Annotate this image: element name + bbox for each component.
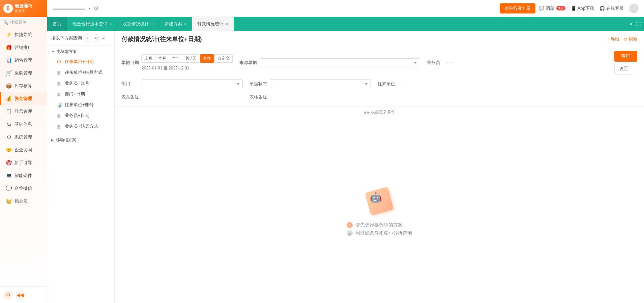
scheme-item-salesperson-date[interactable]: ▦ 业务员+日期 [47,110,114,121]
online-service-btn[interactable]: 🎧 在线客服 [599,5,624,11]
sidebar-item-member[interactable]: 👑 畅会员 [0,195,47,208]
tab-cash-flow-close[interactable]: × [110,22,112,26]
search-icon: 🔍 [3,20,8,25]
scheme-group-desktop-header[interactable]: ▼ 电脑端方案 [47,48,114,56]
source-doc-field: 来源单据 [239,58,420,67]
topbar-settings-btn[interactable]: ⚙ [94,5,98,11]
filter-settings-btn[interactable]: 设置 [614,63,633,74]
breadcrumb-dropdown[interactable]: ▾ [88,6,90,11]
doc-status-select[interactable] [270,79,371,88]
filter-area: 付款情况统计(往来单位+日期) ↑ 导出 ↺ 刷新 单 [115,31,644,303]
body-note-input[interactable] [270,93,371,101]
sidebar-item-wechat[interactable]: 💬 企业微信 [0,182,47,195]
sidebar-item-sales[interactable]: 📊 销售管理 [0,54,47,67]
sidebar-item-guide[interactable]: 🎯 新手引导 [0,156,47,169]
date-tab-last-month[interactable]: 上月 [141,54,155,63]
date-label: 单据日期 [121,60,139,66]
dept-select[interactable] [142,79,243,88]
scheme-item-counterpart-payment[interactable]: ▦ 往来单位+结算方式 [47,67,114,78]
tab-receivable-close[interactable]: × [151,22,153,26]
sales-icon: 📊 [6,57,12,63]
salesperson-label: 业务员 [427,60,444,66]
content-area: 按以下方案查询 + ⚙ « ▼ 电脑端方案 ⊙ 往来单位+日期 ▦ [47,31,644,303]
collapse-filter-btn[interactable]: ∧∧ 收起更多条件 [115,106,644,118]
tab-payment-stats-close[interactable]: × [226,22,228,26]
sidebar-item-quick-nav[interactable]: ⚡ 快捷导航 [0,28,47,41]
tab-cash-flow-label: 现金银行流水查询 [72,21,108,27]
topbar-actions: 💬 消息 99+ 📱 App下载 🎧 在线客服 [539,4,639,13]
scheme-item-salesperson-account[interactable]: ▦ 业务员+账号 [47,78,114,89]
empty-hint-1: 1 请先选择要分析的方案 [347,222,412,228]
scheme-item-dept-date[interactable]: ▦ 部门+日期 [47,89,114,99]
date-tab-more[interactable]: 更多 [200,54,214,63]
salesperson-field: 业务员 ··· [427,60,608,66]
header-note-field: 表头备注 [121,93,243,101]
date-field: 单据日期 上月 本月 本年 近7天 更多 自定义 2022-01-01 至 20… [121,54,233,71]
export-btn[interactable]: ↑ 导出 [607,36,620,42]
salesperson-dots-btn[interactable]: ··· [447,60,453,66]
message-btn[interactable]: 💬 消息 99+ [539,5,565,11]
empty-state: 🤖 1 请先选择要分析的方案 2 用过滤条件来缩小分析范围 [115,118,644,303]
trial-industry-btn[interactable]: 体验行业方案 [500,3,535,13]
tab-close-all-btn[interactable]: ✕ [629,21,633,27]
sidebar-item-label: 营销推广 [14,44,32,51]
dept-field: 部门 [121,79,243,88]
enterprise-icon: 🤝 [6,147,12,153]
sidebar-item-label: 经营管理 [14,109,32,115]
user-avatar[interactable] [629,4,639,13]
header-note-input[interactable] [142,93,243,101]
query-area: 查询 设置 [614,51,637,74]
search-menu[interactable]: 🔍 搜索菜单 [0,17,47,28]
sidebar-item-system[interactable]: ⚙ 系统管理 [0,131,47,144]
sidebar-item-purchase[interactable]: 🛒 采购管理 [0,67,47,80]
sidebar-item-marketing[interactable]: 🎁 营销推广 [0,41,47,54]
main: ▬▬▬▬▬▬▬▬ ▾ ⚙ 体验行业方案 💬 消息 99+ 📱 App下载 🎧 在… [47,0,644,303]
counterpart-dots-btn[interactable]: ··· [398,81,404,87]
online-service-label: 在线客服 [606,5,624,11]
date-tab-this-month[interactable]: 本月 [155,54,169,63]
scheme-item-counterpart-date[interactable]: ⊙ 往来单位+日期 [47,56,114,67]
date-tab-last7[interactable]: 近7天 [183,54,199,63]
tab-receivable[interactable]: 收款情况统计 × [117,17,159,31]
scheme-item-salesperson-payment[interactable]: ▦ 业务员+结算方式 [47,121,114,132]
refresh-btn[interactable]: ↺ 刷新 [623,36,637,42]
hint-text-2: 用过滤条件来缩小分析范围 [355,230,412,236]
app-subtitle: 标准版 [15,9,32,13]
tab-cash-flow[interactable]: 现金银行流水查询 × [67,17,117,31]
scheme-collapse-btn[interactable]: « [102,35,105,41]
query-btn[interactable]: 查询 [614,51,637,62]
counterpart-field: 往来单位 ··· [378,81,637,87]
app-download-btn[interactable]: 📱 App下载 [571,5,594,11]
sidebar-item-label: 企业协同 [14,147,32,153]
source-doc-select[interactable] [260,58,420,67]
tab-home[interactable]: 首页 [47,17,67,31]
sidebar-item-funds[interactable]: 💰 资金管理 [0,92,47,105]
tab-new-scheme-close[interactable]: × [184,22,186,26]
scheme-item-counterpart-account[interactable]: 📊 往来单位+账号 [47,99,114,110]
tab-maximize-btn[interactable]: ⛶ [636,21,641,27]
tab-new-scheme[interactable]: 新建方案 × [159,17,192,31]
sidebar-item-smart-hw[interactable]: 💻 智能硬件 [0,169,47,182]
sidebar-item-operations[interactable]: 📋 经营管理 [0,105,47,118]
source-doc-label: 来源单据 [239,60,257,66]
scheme-settings-btn[interactable]: ⚙ [93,34,100,42]
purchase-icon: 🛒 [6,70,12,76]
scheme-group-mobile-header[interactable]: ▶ 移动端方案 [47,136,114,144]
date-tab-this-year[interactable]: 本年 [169,54,183,63]
service-icon: 🎧 [599,6,605,11]
sidebar-item-basics[interactable]: 🗂 基础信息 [0,118,47,131]
filter-row-1: 单据日期 上月 本月 本年 近7天 更多 自定义 2022-01-01 至 20… [121,51,637,74]
scheme-item-icon: ▦ [57,70,62,75]
scheme-item-label: 往来单位+日期 [65,59,94,65]
settings-footer-btn[interactable]: ⚙ [3,290,13,300]
sidebar-item-label: 基础信息 [14,121,32,127]
chevron-up-icon: ∧∧ [363,110,370,115]
sidebar-item-inventory[interactable]: 📦 库存核算 [0,80,47,92]
tab-payment-stats[interactable]: 付款情况统计 × [192,17,233,31]
sidebar-item-enterprise[interactable]: 🤝 企业协同 [0,144,47,156]
date-tabs: 上月 本月 本年 近7天 更多 自定义 [142,54,233,63]
scheme-group-label: 电脑端方案 [57,49,77,55]
date-tab-custom[interactable]: 自定义 [214,54,233,63]
collapse-sidebar-btn[interactable]: ◀◀ [16,290,25,300]
scheme-add-btn[interactable]: + [84,34,91,42]
